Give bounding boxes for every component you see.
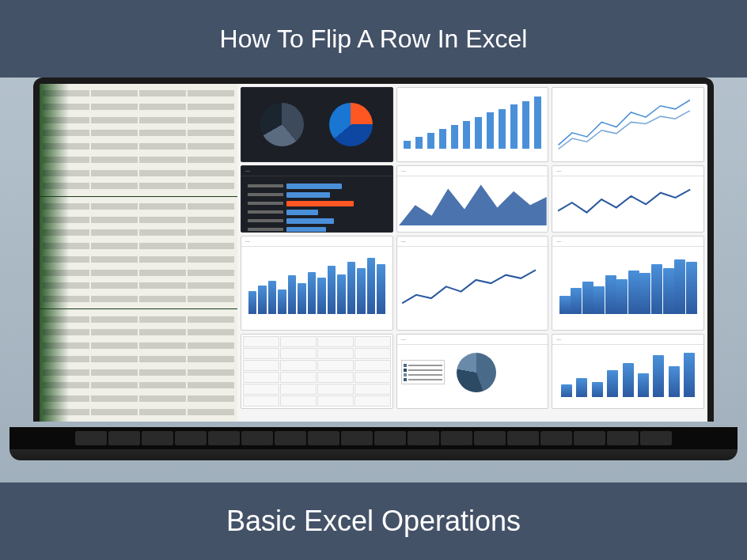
page-title: How To Flip A Row In Excel (220, 25, 528, 54)
pie-chart-icon (329, 103, 373, 146)
spreadsheet-panel (40, 84, 237, 422)
final-bar-widget: — (552, 334, 704, 409)
sheet-section (40, 197, 237, 309)
laptop-base (9, 427, 738, 460)
bar-growth-widget (396, 87, 549, 162)
widget-title: — (552, 236, 703, 247)
hbar-widget: — (241, 165, 393, 233)
widget-title: — (241, 236, 392, 247)
line-widget-2: — (552, 165, 704, 233)
sheet-section (40, 84, 237, 196)
pie-chart-icon (260, 103, 304, 146)
big-bar-widget: — (241, 236, 393, 331)
widget-title: — (241, 166, 392, 176)
widget-title: — (397, 335, 548, 345)
laptop-illustration: — — — (0, 78, 747, 482)
keyboard (9, 427, 738, 449)
line-chart-icon (552, 176, 703, 225)
sheet-section (40, 309, 237, 422)
footer-banner: Basic Excel Operations (0, 482, 747, 560)
footer-title: Basic Excel Operations (226, 505, 521, 538)
widget-title: — (552, 166, 703, 176)
laptop-screen: — — — (33, 78, 714, 422)
line-chart-icon (397, 247, 548, 321)
line-chart-icon (552, 88, 703, 161)
pie-chart-icon (457, 353, 496, 392)
line-trend-widget (552, 87, 704, 162)
pie-widget (241, 87, 393, 162)
line-widget-3: — (396, 236, 549, 331)
area-mountain-widget: — (396, 165, 549, 233)
pie-breakdown-widget: — (396, 334, 549, 409)
header-banner: How To Flip A Row In Excel (0, 0, 747, 78)
dashboard-content: — — — (40, 84, 707, 422)
chart-dashboard: — — — (237, 84, 707, 422)
column-widget: — (552, 236, 704, 331)
area-chart-icon (397, 176, 548, 225)
svg-marker-0 (399, 184, 547, 225)
data-table-widget (241, 334, 393, 409)
widget-title: — (397, 166, 548, 176)
widget-title: — (397, 236, 548, 247)
widget-title: — (552, 335, 703, 345)
